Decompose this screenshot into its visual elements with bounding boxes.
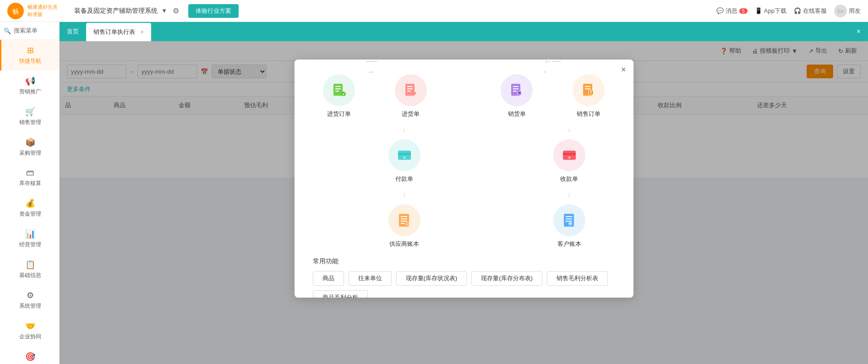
customer-icon [553,204,585,236]
message-label: 消息 [726,7,737,15]
download-icon: 📱 [755,7,762,14]
sidebar-item-inventory[interactable]: 🗃 库存核算 [0,163,59,193]
system-title: 装备及固定资产辅助管理系统 ▼ ⚙ 体验行业方案 [74,4,239,18]
supplier-icon [388,204,420,236]
flow-node-sales-bill[interactable]: 销货单 [490,74,543,118]
tab-sales-order[interactable]: 销售订单执行表 × [86,23,151,41]
common-functions-title: 常用功能 [313,257,615,266]
svg-text:¥: ¥ [403,155,406,160]
tab-home[interactable]: 首页 [60,22,86,41]
trial-button[interactable]: 体验行业方案 [188,4,239,18]
svg-text:畅: 畅 [12,8,19,15]
func-btn-product[interactable]: 商品 [313,271,344,286]
app-download-label: App下载 [764,7,786,15]
app-logo: 畅 [7,3,24,19]
top-bar: 畅 畅康通好生意 标准版 装备及固定资产辅助管理系统 ▼ ⚙ 体验行业方案 💬 … [0,0,868,22]
svg-rect-33 [405,222,409,226]
system-name: 装备及固定资产辅助管理系统 [74,7,158,15]
svg-text:¥: ¥ [568,155,571,160]
page-content: ❓ 帮助 🖨 按模板打印 ▼ ↗ 导出 ↻ 刷新 [60,41,868,364]
message-icon: 💬 [716,7,724,14]
arrow-down-receipt: ↓ [568,125,571,134]
sidebar-item-finance[interactable]: 💰 资金管理 [0,193,59,223]
operations-icon: 📊 [25,229,35,239]
sidebar-item-system[interactable]: ⚙ 系统管理 [0,285,59,315]
tab-bar-close-button[interactable]: × [849,27,868,36]
enterprise-icon: 🤝 [25,321,35,331]
sidebar-item-quick-nav[interactable]: ⊞ 快捷导航 [0,40,59,71]
user-label: 用友 [849,7,861,15]
sidebar-search[interactable]: 🔍 搜索菜单 [0,22,59,40]
quick-nav-icon: ⊞ [27,45,34,55]
sidebar-item-sales[interactable]: 🛒 销售管理 [0,101,59,132]
flow-node-sales-order[interactable]: 销售订单 [562,74,615,118]
flow-node-customer[interactable]: ↓ [542,190,597,248]
func-btn-stock-dist[interactable]: 现存量(库存分布表) [471,271,542,286]
flow-node-receipt[interactable]: ↓ ¥ 收款单 [542,125,597,183]
sidebar-item-finance-label: 资金管理 [19,210,41,218]
arrow-left-1: ← - - - - [543,60,562,77]
func-btn-stock-status[interactable]: 现存量(库存状况表) [396,271,467,286]
finance-icon: 💰 [25,198,35,208]
sidebar-item-enterprise[interactable]: 🤝 企业协同 [0,315,59,346]
quick-nav-modal: × [295,60,633,298]
sidebar-item-new-guide[interactable]: 🎯 新手引导 [0,346,59,364]
logo-text: 畅康通好生意 标准版 [27,4,58,18]
purchase-order-label: 进货订单 [327,110,351,118]
app-download-button[interactable]: 📱 App下载 [755,7,786,15]
app-container: 畅 畅康通好生意 标准版 装备及固定资产辅助管理系统 ▼ ⚙ 体验行业方案 💬 … [0,0,868,364]
user-menu[interactable]: Ea 用友 [834,5,861,17]
sidebar-item-operations[interactable]: 📊 经营管理 [0,223,59,254]
payment-label: 付款单 [395,175,413,183]
flow-row-2: ↓ ¥ 付款单 [313,125,615,183]
system-settings-button[interactable]: ⚙ [173,6,179,15]
search-menu-button[interactable]: 🔍 搜索菜单 [4,27,55,35]
system-icon: ⚙ [27,290,34,300]
svg-rect-2 [333,84,343,96]
arrow-down-payment: ↓ [403,125,406,134]
sales-order-icon [573,74,605,106]
func-btn-contacts[interactable]: 往来单位 [349,271,392,286]
svg-rect-19 [589,90,593,95]
flow-row-3: ↓ [313,190,615,248]
online-service-button[interactable]: 🎧 在线客服 [794,7,827,15]
marketing-icon: 📢 [25,76,35,86]
sidebar-item-operations-label: 经营管理 [19,241,41,249]
receipt-icon: ¥ [553,139,585,171]
sales-bill-label: 销货单 [508,110,526,118]
sidebar-item-purchase-label: 采购管理 [19,149,41,157]
tab-close-icon[interactable]: × [141,29,144,35]
sidebar-item-system-label: 系统管理 [19,302,41,310]
arrow-right-1: - - - - → [366,60,384,77]
purchase-bill-label: 进货单 [402,110,420,118]
flow-node-payment[interactable]: ↓ ¥ 付款单 [377,125,432,183]
sales-icon: 🛒 [25,107,35,117]
top-right: 💬 消息 5 📱 App下载 🎧 在线客服 Ea 用友 [716,5,861,17]
message-badge: 5 [739,8,748,14]
logo-area: 畅 畅康通好生意 标准版 [7,3,67,19]
sidebar-item-purchase[interactable]: 📦 采购管理 [0,132,59,163]
sidebar-item-marketing-label: 营销推广 [19,88,41,96]
inventory-icon: 🗃 [26,168,34,178]
avatar: Ea [834,5,847,17]
payment-icon: ¥ [388,139,420,171]
func-btn-sales-margin[interactable]: 销售毛利分析表 [547,271,608,286]
tab-bar: 首页 销售订单执行表 × × [60,22,868,41]
func-btn-product-margin[interactable]: 商品毛利分析 [313,290,368,298]
sidebar-item-enterprise-label: 企业协同 [19,333,41,341]
sales-bill-icon [501,74,533,106]
sidebar-item-basic-info-label: 基础信息 [19,272,41,279]
modal-close-button[interactable]: × [621,65,626,75]
modal-overlay[interactable]: × [60,41,868,364]
message-button[interactable]: 💬 消息 5 [716,7,748,15]
purchase-order-icon [323,74,355,106]
flow-node-purchase-bill[interactable]: 进货单 [384,74,437,118]
flow-node-supplier[interactable]: ↓ [377,190,432,248]
sidebar-item-marketing[interactable]: 📢 营销推广 [0,71,59,101]
service-icon: 🎧 [794,7,801,14]
sidebar-item-basic-info[interactable]: 📋 基础信息 [0,254,59,285]
search-menu-label: 搜索菜单 [14,27,38,35]
online-service-label: 在线客服 [803,7,827,15]
system-dropdown-button[interactable]: ▼ [161,7,167,14]
arrow-down-customer: ↓ [568,190,571,199]
